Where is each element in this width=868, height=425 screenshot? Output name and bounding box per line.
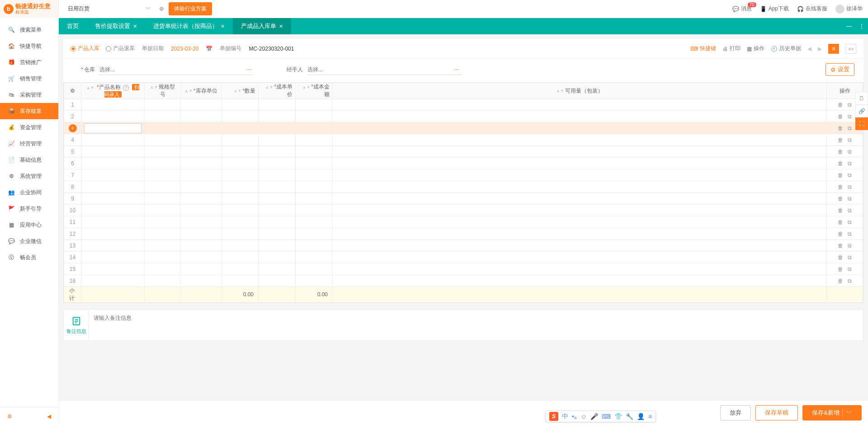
- delete-row-icon[interactable]: 🗑: [838, 149, 843, 155]
- table-row[interactable]: 11🗑⧉: [64, 216, 863, 228]
- delete-row-icon[interactable]: 🗑: [838, 207, 843, 214]
- delete-row-icon[interactable]: 🗑: [838, 219, 843, 225]
- delete-row-icon[interactable]: 🗑: [838, 113, 843, 120]
- print-button[interactable]: 🖨 打印: [722, 45, 741, 52]
- tab-minimize-button[interactable]: —: [843, 18, 855, 34]
- messages-button[interactable]: 💬 消息 70: [732, 5, 752, 13]
- tab-0[interactable]: 首页: [59, 18, 87, 34]
- next-doc-button[interactable]: ▶: [818, 46, 822, 52]
- tab-3[interactable]: 产成品入库单✕: [233, 18, 291, 34]
- delete-row-icon[interactable]: 🗑: [838, 231, 843, 237]
- ime-toolbar[interactable]: S 中 •ₒ ☺ 🎤 ⌨ 👕 🔧 👤 ≡: [545, 411, 656, 422]
- help-icon[interactable]: ?: [123, 85, 129, 91]
- warehouse-more-icon[interactable]: ⋯: [244, 66, 253, 73]
- nav-item-wechat[interactable]: 💬企业微信: [0, 233, 58, 249]
- col-unit[interactable]: ▲▼*库存单位: [181, 83, 222, 99]
- table-row[interactable]: 5🗑⧉: [64, 146, 863, 158]
- delete-row-icon[interactable]: 🗑: [838, 254, 843, 261]
- sidebar-settings-icon[interactable]: ⚙: [7, 413, 12, 420]
- app-download-button[interactable]: 📱 App下载: [760, 5, 789, 13]
- save-and-new-button[interactable]: 保存&新增 ﹀: [802, 405, 862, 420]
- table-row[interactable]: 8🗑⧉: [64, 181, 863, 193]
- shop-selector[interactable]: 日用百货 ﹀: [64, 3, 155, 14]
- ime-smile-icon[interactable]: ☺: [580, 413, 587, 420]
- tab-2[interactable]: 进货单统计表（按商品）✕: [145, 18, 233, 34]
- nav-item-coin[interactable]: 💰资金管理: [0, 119, 58, 135]
- copy-row-icon[interactable]: ⧉: [848, 184, 852, 190]
- delete-row-icon[interactable]: 🗑: [838, 172, 843, 178]
- ime-mic-icon[interactable]: 🎤: [590, 413, 598, 420]
- copy-row-icon[interactable]: ⧉: [848, 113, 852, 120]
- col-cost-amount[interactable]: ▲▼*成本金额: [296, 83, 333, 99]
- float-note-button[interactable]: 🗒: [855, 92, 868, 105]
- remark-input[interactable]: [89, 310, 863, 341]
- table-row[interactable]: 6🗑⧉: [64, 158, 863, 169]
- table-row[interactable]: 10🗑⧉: [64, 205, 863, 216]
- save-draft-button[interactable]: 保存草稿: [755, 405, 798, 420]
- nav-item-cart[interactable]: 🛒销售管理: [0, 70, 58, 87]
- ime-punct-icon[interactable]: •ₒ: [572, 413, 577, 420]
- delete-row-icon[interactable]: 🗑: [838, 266, 843, 272]
- float-link-button[interactable]: 🔗: [855, 105, 868, 117]
- delete-row-icon[interactable]: 🗑: [838, 137, 843, 143]
- close-icon[interactable]: ✕: [279, 23, 283, 29]
- online-service-button[interactable]: 🎧 在线客服: [797, 5, 827, 13]
- product-cell-input[interactable]: [84, 123, 142, 133]
- nav-item-gear[interactable]: ⚙系统管理: [0, 168, 58, 184]
- col-cost-price[interactable]: ▲▼*成本单价: [259, 83, 296, 99]
- table-row[interactable]: 7🗑⧉: [64, 169, 863, 181]
- try-plan-button[interactable]: 体验行业方案: [169, 2, 212, 15]
- col-qty[interactable]: ▲▼*数量: [222, 83, 259, 99]
- nav-item-box[interactable]: 📦库存核算: [0, 103, 58, 119]
- nav-item-bag[interactable]: 🛍采购管理: [0, 87, 58, 103]
- tab-1[interactable]: 售价提取设置✕: [87, 18, 145, 34]
- delete-row-icon[interactable]: 🗑: [838, 196, 843, 202]
- table-row[interactable]: 4🗑⧉: [64, 134, 863, 146]
- handler-more-icon[interactable]: ⋯: [452, 66, 461, 73]
- delete-row-icon[interactable]: 🗑: [838, 102, 843, 108]
- delete-row-icon[interactable]: 🗑: [838, 160, 843, 167]
- shortcut-button[interactable]: ⌨ 快捷键: [690, 45, 716, 52]
- view-list-button[interactable]: ≡: [828, 44, 839, 54]
- copy-row-icon[interactable]: ⧉: [848, 196, 852, 202]
- copy-row-icon[interactable]: ⧉: [848, 231, 852, 237]
- float-expand-button[interactable]: ⛶: [855, 117, 868, 130]
- prev-doc-button[interactable]: ◀: [807, 46, 811, 52]
- copy-row-icon[interactable]: ⧉: [848, 125, 852, 131]
- ime-lang[interactable]: 中: [562, 412, 568, 420]
- chevron-down-icon[interactable]: ﹀: [842, 409, 852, 417]
- table-row[interactable]: 13🗑⧉: [64, 240, 863, 252]
- table-row[interactable]: 14🗑⧉: [64, 252, 863, 263]
- delete-row-icon[interactable]: 🗑: [838, 184, 843, 190]
- ime-tool-icon[interactable]: 🔧: [626, 413, 633, 420]
- copy-row-icon[interactable]: ⧉: [848, 137, 852, 143]
- handler-input[interactable]: [307, 65, 452, 75]
- nav-item-gift[interactable]: 🎁营销推广: [0, 54, 58, 70]
- copy-row-icon[interactable]: ⧉: [848, 266, 852, 272]
- copy-row-icon[interactable]: ⧉: [848, 207, 852, 214]
- history-button[interactable]: 🕘 历史单据: [771, 45, 801, 52]
- delete-row-icon[interactable]: 🗑: [838, 278, 843, 284]
- radio-product-in[interactable]: 产品入库: [71, 45, 99, 52]
- view-card-button[interactable]: ▭: [845, 44, 856, 54]
- col-product[interactable]: ▲▼ *产品名称 ? 扫码录入: [81, 83, 145, 99]
- copy-row-icon[interactable]: ⧉: [848, 102, 852, 108]
- nav-item-team[interactable]: 👥企业协同: [0, 184, 58, 201]
- ime-menu-icon[interactable]: ≡: [648, 413, 652, 420]
- table-row[interactable]: 12🗑⧉: [64, 228, 863, 240]
- delete-row-icon[interactable]: 🗑: [838, 243, 843, 249]
- delete-row-icon[interactable]: 🗑: [838, 125, 843, 131]
- date-value[interactable]: 2023-03-20: [171, 46, 198, 52]
- radio-product-out[interactable]: 产品退库: [106, 45, 135, 52]
- copy-row-icon[interactable]: ⧉: [848, 278, 852, 284]
- table-row[interactable]: 1🗑⧉: [64, 99, 863, 111]
- ime-keyboard-icon[interactable]: ⌨: [602, 413, 611, 420]
- column-settings-button[interactable]: ⚙: [64, 83, 81, 99]
- copy-row-icon[interactable]: ⧉: [848, 254, 852, 261]
- warehouse-input[interactable]: [99, 65, 244, 75]
- copy-row-icon[interactable]: ⧉: [848, 172, 852, 178]
- close-icon[interactable]: ✕: [133, 23, 137, 29]
- tab-menu-button[interactable]: ⋮: [855, 18, 868, 34]
- col-available[interactable]: ▲▼可用量（包装）: [333, 83, 827, 99]
- copy-row-icon[interactable]: ⧉: [848, 243, 852, 249]
